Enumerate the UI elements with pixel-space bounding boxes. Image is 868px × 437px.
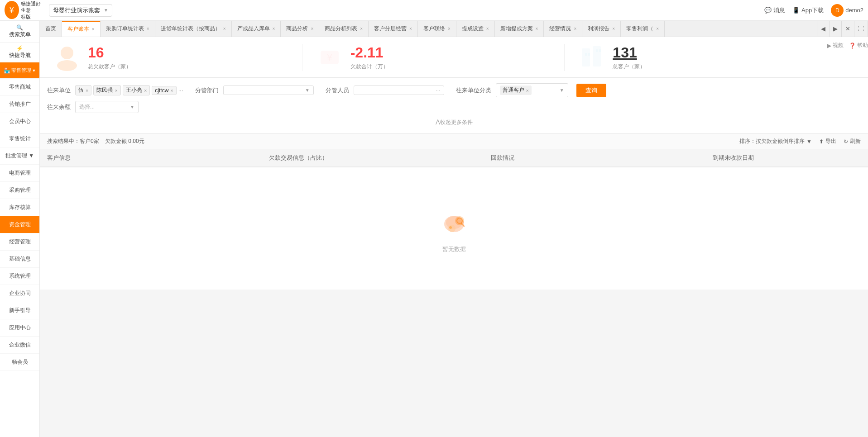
stat-actions: ▶ 视频 ❓ 帮助 [827, 37, 868, 49]
sidebar-item-retail-stats[interactable]: 零售统计 [0, 130, 39, 147]
remove-tag-cjttcw[interactable]: × [170, 88, 173, 93]
sidebar-item-enterprise-wechat[interactable]: 企业微信 [0, 337, 39, 354]
tab-close-icon[interactable]: × [574, 26, 576, 31]
tab-profit-report[interactable]: 利润报告 × [582, 21, 621, 37]
sidebar-item-member-pro[interactable]: 畅会员 [0, 354, 39, 371]
balance-selector[interactable]: 选择... ▼ [75, 101, 139, 113]
tab-close-icon[interactable]: × [273, 26, 275, 31]
sidebar-item-retail-mall[interactable]: 零售商城 [0, 79, 39, 96]
sidebar-item-wholesale-mgmt[interactable]: 批发管理 ▼ [0, 147, 39, 165]
filter-more-btn[interactable]: ··· [178, 87, 183, 94]
search-button[interactable]: 查询 [576, 84, 606, 97]
tab-label: 零售利润（ [626, 25, 653, 33]
tab-close-icon[interactable]: × [486, 26, 489, 31]
message-btn[interactable]: 💬 消息 [764, 6, 785, 14]
tab-bar: 首页 客户账本 × 采购订单统计表 × 进货单统计表（按商品） × 产成品入库单… [40, 21, 868, 37]
tab-prev-btn[interactable]: ◀ [817, 21, 830, 37]
top-bar: ¥ 畅捷通好生意 标版 母婴行业演示账套 ▼ 💬 消息 📱 App下载 D de… [0, 0, 868, 21]
tab-retail-profit[interactable]: 零售利润（ × [621, 21, 665, 37]
empty-icon [436, 204, 472, 240]
tab-next-btn[interactable]: ▶ [830, 21, 842, 37]
debt-customers-value: 16 [88, 44, 131, 61]
sidebar-item-purchase-mgmt[interactable]: 采购管理 [0, 182, 39, 199]
tab-close-icon[interactable]: × [409, 26, 412, 31]
tab-maximize-btn[interactable]: ⛶ [854, 21, 868, 37]
chevron-down-icon: ▼ [130, 104, 134, 109]
filter-row-2: 往来余额 选择... ▼ [47, 101, 861, 113]
company-selector[interactable]: 母婴行业演示账套 ▼ [49, 4, 112, 17]
tab-new-achievement[interactable]: 新增提成方案 × [495, 21, 544, 37]
sort-selector[interactable]: 排序：按欠款金额倒序排序 ▼ [739, 138, 812, 145]
tab-close-icon[interactable]: × [536, 26, 538, 31]
sidebar-item-member-center[interactable]: 会员中心 [0, 113, 39, 130]
collapse-bar[interactable]: ⋀ 收起更多条件 [47, 117, 861, 128]
tab-operation-status[interactable]: 经营情况 × [544, 21, 582, 37]
sidebar-item-ecommerce-mgmt[interactable]: 电商管理 [0, 165, 39, 182]
tab-close-icon[interactable]: × [311, 26, 313, 31]
remove-tag-wang[interactable]: × [144, 88, 147, 93]
export-btn[interactable]: ⬆ 导出 [819, 138, 836, 145]
app-download-btn[interactable]: 📱 App下载 [792, 6, 824, 14]
tab-controls: ◀ ▶ ✕ ⛶ [817, 21, 868, 37]
tab-close-icon[interactable]: × [612, 26, 615, 31]
sidebar-item-capital-mgmt[interactable]: 资金管理 [0, 216, 39, 233]
tab-inbound-stats[interactable]: 进货单统计表（按商品） × [155, 21, 232, 37]
tab-close-icon[interactable]: × [448, 26, 451, 31]
page-content: 16 总欠款客户（家） ¥ -2.11 欠 [40, 37, 868, 437]
sidebar-item-label: 会员中心 [2, 118, 38, 125]
category-selector[interactable]: 普通客户 × ▼ [496, 83, 568, 97]
remove-category-tag[interactable]: × [526, 88, 529, 93]
tab-close-icon[interactable]: × [92, 27, 95, 32]
filter-tag-category: 普通客户 × [500, 86, 532, 95]
tab-product-analysis-list[interactable]: 商品分析列表 × [319, 21, 369, 37]
sidebar-nav[interactable]: ⚡ 快捷导航 [0, 43, 39, 62]
sidebar-item-marketing[interactable]: 营销推广 [0, 96, 39, 113]
sidebar-item-retail-mgmt[interactable]: 🏪 零售管理 ▼ [0, 62, 39, 79]
remove-tag-chen[interactable]: × [115, 88, 117, 93]
col-debt-info: 欠款交易信息（占比） [269, 154, 491, 162]
nav-icon: ⚡ [16, 45, 23, 52]
tab-accounts-receivable[interactable]: 客户账本 × [62, 21, 101, 37]
remove-tag-wu[interactable]: × [86, 88, 88, 93]
sidebar-item-new-guide[interactable]: 新手引导 [0, 302, 39, 319]
sidebar-item-operations-mgmt[interactable]: 经营管理 [0, 233, 39, 251]
sidebar-item-system-mgmt[interactable]: 系统管理 [0, 268, 39, 285]
sidebar-item-app-center[interactable]: 应用中心 [0, 319, 39, 337]
tab-reminder-settings[interactable]: 提成设置 × [456, 21, 495, 37]
tab-close-icon[interactable]: × [223, 26, 226, 31]
col-overdue-date: 到期未收款日期 [713, 154, 861, 162]
person-selector[interactable]: ··· [354, 86, 444, 95]
tab-close-icon[interactable]: × [360, 26, 363, 31]
video-btn[interactable]: ▶ 视频 [827, 42, 844, 49]
sidebar-item-label: 系统管理 [2, 272, 38, 280]
stats-bar: 16 总欠款客户（家） ¥ -2.11 欠 [40, 37, 868, 78]
sidebar-search[interactable]: 🔍 搜索菜单 [0, 21, 39, 43]
tab-customer-segment[interactable]: 客户分层经营 × [369, 21, 418, 37]
tab-close-icon[interactable]: × [147, 26, 149, 31]
tab-close-icon[interactable]: × [656, 26, 659, 31]
sidebar-item-enterprise-collab[interactable]: 企业协同 [0, 285, 39, 302]
logo-text: 畅捷通好生意 标版 [21, 0, 44, 20]
user-avatar-btn[interactable]: D demo2 [831, 4, 863, 17]
tab-close-all-btn[interactable]: ✕ [842, 21, 854, 37]
retail-icon: 🏪 [4, 67, 10, 74]
sidebar-item-inventory[interactable]: 库存核算 [0, 199, 39, 216]
tab-purchase-order-stats[interactable]: 采购订单统计表 × [101, 21, 155, 37]
tab-home[interactable]: 首页 [40, 21, 62, 37]
tab-label: 首页 [45, 25, 56, 33]
tab-production-inbound[interactable]: 产成品入库单 × [232, 21, 281, 37]
tab-customer-contact[interactable]: 客户联络 × [418, 21, 456, 37]
debt-amount-icon: ¥ [316, 44, 343, 71]
sidebar: 🔍 搜索菜单 ⚡ 快捷导航 🏪 零售管理 ▼ 零售商城 营销推广 [0, 21, 40, 437]
dept-selector[interactable]: ▼ [223, 86, 314, 95]
export-icon: ⬆ [819, 138, 824, 145]
help-btn[interactable]: ❓ 帮助 [849, 42, 868, 49]
sidebar-item-basic-info[interactable]: 基础信息 [0, 251, 39, 268]
tab-product-analysis[interactable]: 商品分析 × [281, 21, 319, 37]
sidebar-item-label: 营销推广 [2, 100, 38, 108]
filter-tag-chen: 陈民强 × [93, 85, 120, 95]
filter-row-1: 往来单位 伍 × 陈民强 × 王小亮 [47, 83, 861, 97]
logo-char: ¥ [10, 5, 14, 15]
refresh-btn[interactable]: ↻ 刷新 [844, 138, 861, 145]
message-icon: 💬 [764, 7, 772, 14]
